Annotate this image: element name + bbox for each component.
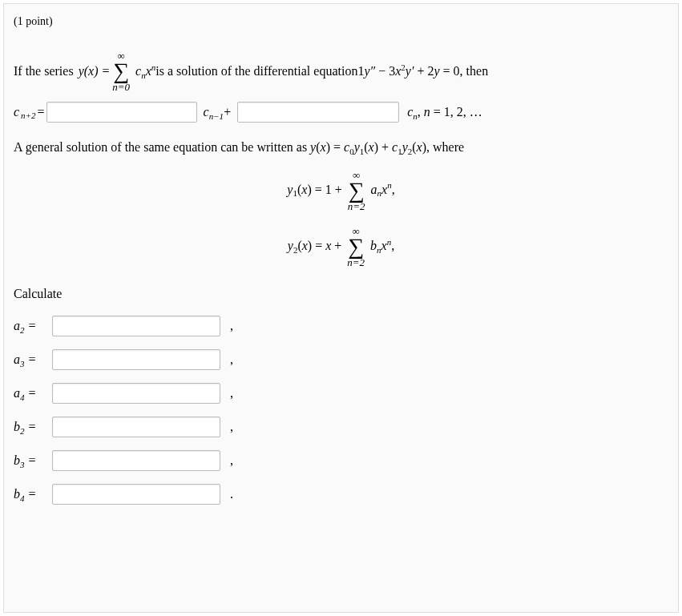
general-solution-line: A general solution of the same equation … [14, 139, 668, 156]
intro-mid: is a solution of the differential equati… [155, 62, 357, 80]
series-lhs: y(x) = [79, 62, 111, 80]
row-b3: b3 = , [14, 450, 668, 471]
sum-symbol-y1: ∞ ∑ n=2 [348, 170, 365, 211]
x-var: x [146, 64, 151, 78]
c-sub: n [141, 70, 146, 80]
x-sup: n [151, 62, 156, 72]
recurrence-line: cn+2 = cn−1+ cn, n = 1, 2, … [14, 102, 668, 123]
suffix-a4: , [230, 386, 233, 401]
input-b2[interactable] [52, 417, 220, 437]
suffix-a2: , [230, 319, 233, 333]
row-b2: b2 = , [14, 417, 668, 437]
input-a4[interactable] [52, 383, 220, 404]
label-a4: a4 = [14, 386, 46, 401]
intro-suffix: , then [460, 62, 489, 80]
input-a2[interactable] [52, 316, 220, 336]
rec-mid-c: c [204, 105, 209, 119]
rec-plus: + [224, 105, 231, 119]
rec-equals: = [38, 105, 45, 119]
label-a3: a3 = [14, 352, 46, 367]
y1-equation: y1(x) = 1 + ∞ ∑ n=2 anxn, [14, 170, 668, 211]
calculate-label: Calculate [14, 285, 668, 303]
gensol-suffix: , where [426, 140, 464, 154]
rec-mid-sub: n−1 [209, 111, 224, 121]
input-a3[interactable] [52, 349, 220, 370]
suffix-b4: . [230, 487, 233, 501]
suffix-b2: , [230, 420, 233, 434]
rec-lhs-c: c [14, 105, 19, 119]
rec-end-text: , n = 1, 2, … [418, 105, 482, 119]
label-b2: b2 = [14, 420, 46, 434]
rec-end-sub: n [413, 111, 418, 121]
recurrence-input-1[interactable] [46, 102, 197, 123]
sum-symbol: ∞ ∑ n=0 [112, 50, 130, 92]
sigma-icon: ∑ [113, 61, 129, 81]
label-a2: a2 = [14, 319, 46, 333]
suffix-a3: , [230, 352, 233, 367]
label-b3: b3 = [14, 453, 46, 468]
gensol-prefix: A general solution of the same equation … [14, 140, 310, 154]
calculate-section: Calculate a2 = , a3 = , a4 = , b2 = , b3… [14, 285, 668, 505]
intro-line: If the series y(x) = ∞ ∑ n=0 cnxn is a s… [14, 50, 668, 92]
suffix-b3: , [230, 453, 233, 468]
sum-symbol-y2: ∞ ∑ n=2 [347, 226, 365, 268]
de-equation: 1y″ − 3x2y′ + 2y = 0 [357, 62, 459, 80]
input-b4[interactable] [52, 484, 220, 505]
points-header: (1 point) [14, 15, 668, 28]
y2-equation: y2(x) = x + ∞ ∑ n=2 bnxn, [14, 226, 668, 268]
sigma-icon: ∑ [349, 180, 365, 200]
rec-lhs-sub: n+2 [21, 111, 35, 120]
sigma-icon: ∑ [348, 236, 364, 256]
recurrence-input-2[interactable] [237, 102, 399, 123]
label-b4: b4 = [14, 487, 46, 501]
input-b3[interactable] [52, 450, 220, 471]
problem-container: (1 point) If the series y(x) = ∞ ∑ n=0 c… [3, 3, 679, 613]
row-b4: b4 = . [14, 484, 668, 505]
sum-bottom: n=0 [112, 82, 130, 92]
gensol-eq: y(x) = c0y1(x) + c1y2(x) [310, 140, 426, 154]
sum-bot-y1: n=2 [348, 201, 365, 211]
row-a2: a2 = , [14, 316, 668, 336]
intro-prefix: If the series [14, 62, 74, 80]
row-a4: a4 = , [14, 383, 668, 404]
row-a3: a3 = , [14, 349, 668, 370]
sum-bot-y2: n=2 [347, 257, 365, 268]
